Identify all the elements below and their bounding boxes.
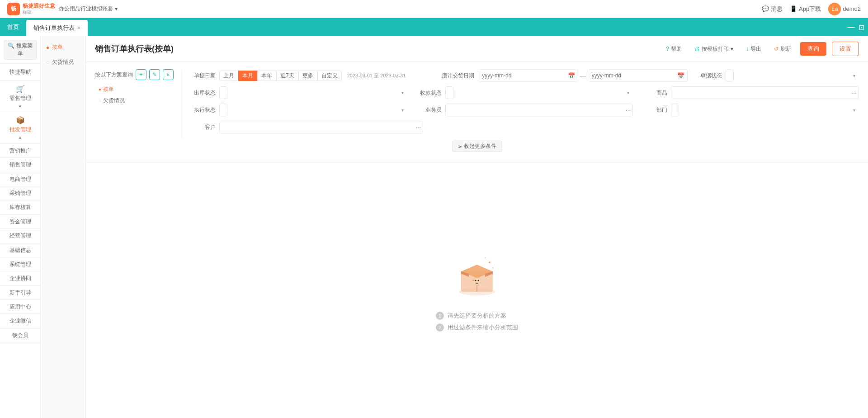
sidebar-marketing-label: 营销推广 [9,147,31,154]
date-end-input[interactable]: 📅 [588,69,688,82]
collapse-chevron-icon: ∧ [457,144,463,148]
date-tab-custom[interactable]: 自定义 [317,71,342,81]
quick-nav-label[interactable]: 快捷导航 [0,66,40,79]
sidebar-item-weixin[interactable]: 企业微信 [0,314,40,328]
sub-sidebar-item-andan[interactable]: ● 按单 [41,40,85,55]
outstock-select-wrapper [219,86,407,99]
sidebar-item-marketing[interactable]: 营销推广 [0,144,40,158]
app-download-btn[interactable]: 📱 App下载 [790,5,821,13]
collapse-bar[interactable]: ∧ 收起更多条件 [95,138,859,155]
qianqing-dot-icon: ○ [99,98,101,103]
sidebar-item-newbie[interactable]: 新手引导 [0,286,40,300]
scheme-item-andan[interactable]: ● 按单 [95,84,174,95]
query-btn[interactable]: 查询 [800,42,826,56]
calendar-end-icon[interactable]: 📅 [675,72,687,79]
quick-nav[interactable]: 快捷导航 [0,64,40,81]
outstock-label: 出库状态 [189,89,216,97]
salesperson-dots-icon[interactable]: ··· [624,106,633,114]
sidebar-item-retail[interactable]: 🛒 零售管理 ▲ [0,81,40,112]
sidebar-item-wholesale[interactable]: 📦 批发管理 ▲ [0,112,40,143]
tab-active[interactable]: 销售订单执行表 × [26,20,88,36]
date-range-text: 2023-03-01 至 2023-03-31 [347,72,406,79]
avatar: Ea [828,3,841,15]
logo-text: 畅 [11,5,16,13]
customer-input-wrapper[interactable]: ··· [219,121,423,133]
svg-point-10 [473,278,481,285]
sub-sidebar-item-qianqing[interactable]: ○ 欠货情况 [41,55,85,70]
sidebar-item-enterprise[interactable]: 企业协同 [0,271,40,285]
sidebar-item-apps[interactable]: 应用中心 [0,300,40,314]
app-download-label: App下载 [799,5,821,13]
date-tabs: 上月 本月 本年 近7天 更多 自定义 [219,71,342,81]
sidebar-item-sales[interactable]: 销售管理 [0,158,40,172]
tab-close-icon[interactable]: × [77,25,80,31]
empty-tip-2: 2 用过滤条件来缩小分析范围 [436,323,518,332]
andan-bullet-icon: ● [46,44,49,51]
date-tab-7days[interactable]: 近7天 [276,71,298,81]
help-icon: ? [666,46,669,52]
print-btn[interactable]: 🖨 按模板打印 ▾ [691,43,737,55]
sidebar-item-base[interactable]: 基础信息 [0,243,40,257]
tab-bar-actions: — ⊡ [848,23,864,32]
andan-label: 按单 [52,43,63,51]
date-tab-this-year[interactable]: 本年 [257,71,276,81]
status-select[interactable] [726,69,734,82]
salesperson-input[interactable] [446,104,624,116]
sidebar-base-label: 基础信息 [9,247,31,253]
sidebar-item-system[interactable]: 系统管理 [0,257,40,271]
filter-row-4: 客户 ··· [189,121,859,133]
sidebar-item-operation[interactable]: 经营管理 [0,229,40,243]
goods-input-wrapper[interactable]: ··· [671,86,859,99]
tab-minimize-icon[interactable]: — [848,23,855,32]
customer-dots-icon[interactable]: ··· [414,124,423,131]
department-select[interactable] [671,104,679,116]
sidebar-item-finance[interactable]: 资金管理 [0,215,40,229]
page-actions: ? 帮助 🖨 按模板打印 ▾ ↓ 导出 ↺ 刷新 查询 设置 [662,42,859,56]
sidebar-item-inventory[interactable]: 库存核算 [0,200,40,214]
edit-scheme-btn[interactable]: ✎ [149,69,160,80]
help-btn[interactable]: ? 帮助 [662,43,685,55]
payment-select[interactable] [445,86,453,99]
scheme-panel: 按以下方案查询 + ✎ « ● 按单 ○ 欠货情况 [95,69,181,138]
breadcrumb[interactable]: 办公用品行业模拟账套 ▾ [59,5,118,13]
field-status: 单据状态 [695,69,859,82]
scheme-item-qianqing[interactable]: ○ 欠货情况 [95,95,174,106]
scheme-qianqing-label: 欠货情况 [103,97,125,104]
empty-state: ✦ 1 请先选择要分析的方案 2 用过滤条件来缩小分析范围 [86,162,868,418]
tab-home[interactable]: 首页 [0,18,26,36]
search-menu-btn[interactable]: 🔍 搜索菜单 [4,40,37,60]
sidebar-item-ecommerce[interactable]: 电商管理 [0,172,40,186]
top-bar-left: 畅 畅捷通好生意 标版 办公用品行业模拟账套 ▾ [7,3,118,15]
export-btn[interactable]: ↓ 导出 [742,43,765,55]
print-label: 按模板打印 [702,45,729,53]
collapse-scheme-btn[interactable]: « [163,69,174,80]
salesperson-input-wrapper[interactable]: ··· [445,104,633,116]
goods-dots-icon[interactable]: ··· [849,89,859,96]
settings-btn[interactable]: 设置 [832,42,859,56]
date-tab-this-month[interactable]: 本月 [238,71,257,81]
sidebar-search[interactable]: 🔍 搜索菜单 [0,36,40,64]
content-area: 销售订单执行表(按单) ? 帮助 🖨 按模板打印 ▾ ↓ 导出 ↺ 刷新 [86,36,868,418]
tab-maximize-icon[interactable]: ⊡ [859,23,864,32]
execute-label: 执行状态 [189,106,216,114]
execute-select[interactable] [219,104,227,116]
sidebar-item-member[interactable]: 畅会员 [0,328,40,342]
date-tab-more[interactable]: 更多 [298,71,317,81]
date-start-input[interactable]: 📅 [478,69,578,82]
date-tab-last-month[interactable]: 上月 [219,71,238,81]
collapse-btn[interactable]: ∧ 收起更多条件 [452,141,502,152]
refresh-btn[interactable]: ↺ 刷新 [770,43,795,55]
sidebar-operation-label: 经营管理 [9,233,31,239]
field-salesperson: 业务员 ··· [415,104,633,116]
wholesale-arrow-icon: ▲ [18,135,23,140]
date-end-field[interactable] [588,70,675,81]
message-btn[interactable]: 💬 消息 [762,5,783,13]
sidebar-item-purchase[interactable]: 采购管理 [0,186,40,200]
calendar-start-icon[interactable]: 📅 [565,72,578,79]
customer-input[interactable] [220,121,414,133]
user-profile[interactable]: Ea demo2 [828,3,861,15]
goods-input[interactable] [671,87,849,99]
add-scheme-btn[interactable]: + [136,69,146,80]
date-start-field[interactable] [478,70,565,81]
outstock-select[interactable] [219,86,227,99]
